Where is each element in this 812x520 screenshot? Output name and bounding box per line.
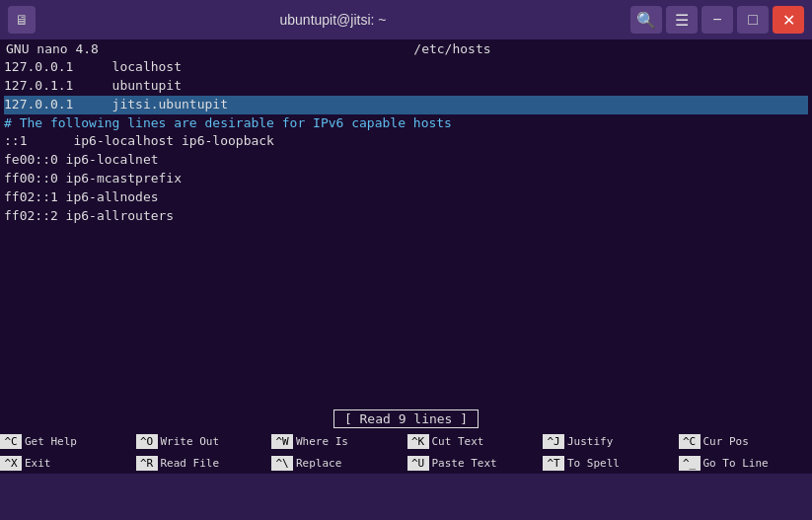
shortcut-cur-pos[interactable]: ^C Cur Pos xyxy=(679,430,813,452)
key-cut-text: ^K xyxy=(407,434,429,449)
key-exit: ^X xyxy=(0,456,22,471)
key-replace: ^\ xyxy=(271,456,293,471)
terminal-area[interactable]: GNU nano 4.8 /etc/hosts 127.0.0.1 localh… xyxy=(0,39,812,474)
key-paste-text: ^U xyxy=(407,456,429,471)
shortcut-get-help[interactable]: ^C Get Help xyxy=(0,430,134,452)
title-bar: 🖥 ubuntupit@jitsi: ~ 🔍 ☰ − □ ✕ xyxy=(0,0,812,39)
label-to-spell: To Spell xyxy=(564,457,620,470)
line-3: 127.0.0.1 jitsi.ubuntupit xyxy=(4,96,808,114)
label-justify: Justify xyxy=(564,435,613,448)
shortcut-replace[interactable]: ^\ Replace xyxy=(271,452,406,474)
line-9: ff02::2 ip6-allrouters xyxy=(4,207,808,226)
nano-header: GNU nano 4.8 /etc/hosts xyxy=(0,39,812,58)
menu-button[interactable]: ☰ xyxy=(666,6,698,34)
label-paste-text: Paste Text xyxy=(429,457,497,470)
shortcut-bar: ^C Get Help ^O Write Out ^W Where Is ^K … xyxy=(0,430,812,474)
label-read-file: Read File xyxy=(158,457,220,470)
maximize-button[interactable]: □ xyxy=(737,6,769,34)
label-go-to-line: Go To Line xyxy=(701,457,769,470)
label-cut-text: Cut Text xyxy=(429,435,484,448)
nano-status: [ Read 9 lines ] xyxy=(0,408,812,430)
shortcut-go-to-line[interactable]: ^_ Go To Line xyxy=(679,452,813,474)
shortcut-row-2: ^X Exit ^R Read File ^\ Replace ^U Paste… xyxy=(0,452,812,474)
terminal-icon: 🖥 xyxy=(8,6,36,34)
label-exit: Exit xyxy=(22,457,51,470)
line-7: ff00::0 ip6-mcastprefix xyxy=(4,170,808,188)
key-get-help: ^C xyxy=(0,434,22,449)
line-2: 127.0.1.1 ubuntupit xyxy=(4,77,808,96)
shortcut-where-is[interactable]: ^W Where Is xyxy=(271,430,406,452)
shortcut-exit[interactable]: ^X Exit xyxy=(0,452,134,474)
key-read-file: ^R xyxy=(136,456,158,471)
status-box: [ Read 9 lines ] xyxy=(333,409,479,428)
search-button[interactable]: 🔍 xyxy=(630,6,662,34)
key-go-to-line: ^_ xyxy=(679,456,701,471)
key-to-spell: ^T xyxy=(543,456,564,471)
label-write-out: Write Out xyxy=(158,435,220,448)
shortcut-paste-text[interactable]: ^U Paste Text xyxy=(407,452,542,474)
line-4: # The following lines are desirable for … xyxy=(4,114,808,133)
label-get-help: Get Help xyxy=(22,435,77,448)
window-title: ubuntupit@jitsi: ~ xyxy=(41,12,625,28)
line-1: 127.0.0.1 localhost xyxy=(4,58,808,77)
window-controls: 🔍 ☰ − □ ✕ xyxy=(630,6,804,34)
shortcut-cut-text[interactable]: ^K Cut Text xyxy=(407,430,542,452)
line-5: ::1 ip6-localhost ip6-loopback xyxy=(4,132,808,151)
minimize-button[interactable]: − xyxy=(701,6,733,34)
shortcut-justify[interactable]: ^J Justify xyxy=(543,430,677,452)
nano-version: GNU nano 4.8 xyxy=(6,41,99,56)
shortcut-row-1: ^C Get Help ^O Write Out ^W Where Is ^K … xyxy=(0,430,812,452)
close-button[interactable]: ✕ xyxy=(773,6,804,34)
key-where-is: ^W xyxy=(271,434,293,449)
key-cur-pos: ^C xyxy=(679,434,701,449)
shortcut-write-out[interactable]: ^O Write Out xyxy=(136,430,270,452)
key-write-out: ^O xyxy=(136,434,158,449)
nano-filename: /etc/hosts xyxy=(413,41,490,56)
line-6: fe00::0 ip6-localnet xyxy=(4,151,808,170)
shortcut-read-file[interactable]: ^R Read File xyxy=(136,452,270,474)
label-cur-pos: Cur Pos xyxy=(701,435,749,448)
label-where-is: Where Is xyxy=(293,435,348,448)
shortcut-to-spell[interactable]: ^T To Spell xyxy=(543,452,677,474)
key-justify: ^J xyxy=(543,434,564,449)
nano-content[interactable]: 127.0.0.1 localhost 127.0.1.1 ubuntupit … xyxy=(0,58,812,226)
line-8: ff02::1 ip6-allnodes xyxy=(4,188,808,207)
label-replace: Replace xyxy=(293,457,341,470)
